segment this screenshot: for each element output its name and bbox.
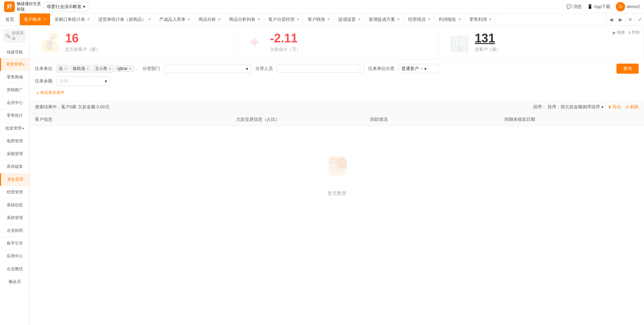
tab-close-icon[interactable]: ✕ [148, 17, 151, 21]
tab-purchase-stats[interactable]: 采购订单统计表 ✕ [50, 13, 94, 26]
filter-balance-select[interactable]: 选择... ▾ [56, 76, 110, 86]
tab-close-icon[interactable]: ✕ [218, 17, 221, 21]
sidebar-search-area[interactable]: 🔍 搜索菜单 [0, 26, 29, 47]
sidebar-item-newbie-guide[interactable]: 新手引导 [0, 237, 29, 250]
refresh-btn[interactable]: ↺ 刷新 [625, 104, 639, 110]
tab-close-icon[interactable]: ✕ [87, 17, 90, 21]
stat-icon-money: 💰 [40, 32, 60, 52]
sidebar-item-enterprise-wechat[interactable]: 企业微信 [0, 263, 29, 276]
tab-profit-report[interactable]: 利润报告 ✕ [435, 13, 465, 26]
tab-new-promotion[interactable]: 新增提成方案 ✕ [365, 13, 404, 26]
chevron-down-icon: ▾ [601, 105, 604, 110]
remove-tag-1-icon[interactable]: ✕ [64, 67, 67, 71]
tab-close-icon[interactable]: ✕ [489, 17, 491, 21]
result-info: 搜索结果中，客户0家 欠款金额 0.00元 [35, 104, 110, 110]
tab-product-storage[interactable]: 产成品入库单 ✕ [155, 13, 195, 26]
user-profile-btn[interactable]: D demo2 [616, 2, 640, 11]
tab-scroll-left[interactable]: ◀ [606, 13, 616, 26]
stat-debt-customers: 💰 16 总欠款客户（家） [30, 26, 234, 59]
filter-tag-3[interactable]: 王小亮 ✕ [93, 65, 114, 73]
tab-close-icon[interactable]: ✕ [43, 17, 46, 21]
refresh-icon: ↺ [625, 105, 629, 110]
sidebar-item-capital-mgmt[interactable]: 资金管理 [0, 173, 29, 186]
tab-business-situation[interactable]: 经营情况 ✕ [404, 13, 435, 26]
logo-text: 畅捷通好生意 标版 [17, 1, 41, 12]
collapse-filter-btn[interactable]: ∧ 收起更多条件 [36, 90, 637, 96]
sidebar-item-operations-mgmt[interactable]: 经营管理 [0, 186, 29, 199]
result-actions: 排序： 排序：按欠款金额倒序排序 ▾ ⬆ 导出 ↺ 刷新 [533, 104, 639, 110]
filter-tag-4[interactable]: cjttcw ✕ [115, 65, 134, 72]
remove-tag-2-icon[interactable]: ✕ [86, 67, 89, 71]
sidebar-item-member-center[interactable]: 会员中心 [0, 97, 29, 109]
sidebar-item-system-mgmt[interactable]: 系统管理 [0, 212, 29, 224]
sidebar-item-ecommerce-mgmt[interactable]: 电商管理 [0, 135, 29, 148]
nav-tabs: 首页 客户账本 ✕ 采购订单统计表 ✕ 进货单统计表（按商品） ✕ 产成品入库单… [0, 13, 644, 26]
tab-promotion-settings[interactable]: 提成设置 ✕ [334, 13, 365, 26]
video-btn[interactable]: ▶ 视频 [613, 30, 625, 35]
tab-close-icon[interactable]: ✕ [397, 17, 400, 21]
sidebar-item-retail-mall[interactable]: 零售商城 [0, 71, 29, 84]
sidebar-item-quick-nav[interactable]: 快捷导航 [0, 47, 29, 58]
sidebar-item-vip-member[interactable]: 畅会员 [0, 276, 29, 288]
sidebar-item-enterprise-collab[interactable]: 企业协同 [0, 224, 29, 237]
sort-select[interactable]: 排序： 排序：按欠款金额倒序排序 ▾ [533, 104, 604, 110]
filter-tag-1[interactable]: 伍 ✕ [56, 65, 69, 73]
search-menu-box[interactable]: 🔍 搜索菜单 [3, 29, 27, 43]
tab-close-all[interactable]: ✕ [625, 13, 635, 26]
filter-area: 往来单位 伍 ✕ 陈民强 ✕ 王小亮 ✕ [30, 60, 644, 101]
sidebar-item-app-center[interactable]: 应用中心 [0, 250, 29, 263]
chevron-down-icon: ▾ [246, 66, 248, 71]
stat-icon-building: 🏢 [449, 32, 469, 52]
remove-tag-4-icon[interactable]: ✕ [129, 67, 131, 71]
remove-category-icon[interactable]: ✕ [420, 67, 423, 71]
tab-customer-contact[interactable]: 客户联络 ✕ [304, 13, 334, 26]
tab-close-icon[interactable]: ✕ [327, 17, 330, 21]
tab-close-icon[interactable]: ✕ [458, 17, 461, 21]
tab-account-book[interactable]: 客户账本 ✕ [20, 13, 50, 26]
tab-retail-profit[interactable]: 零售利润 ✕ [465, 13, 496, 26]
tab-customer-tier[interactable]: 客户分层经营 ✕ [264, 13, 304, 26]
tab-close-icon[interactable]: ✕ [187, 17, 190, 21]
filter-person-select[interactable]: ... [277, 65, 364, 73]
tab-close-icon[interactable]: ✕ [428, 17, 430, 21]
app-download-btn[interactable]: 📱 App下载 [587, 4, 610, 10]
tab-product-analysis[interactable]: 商品分析 ✕ [195, 13, 225, 26]
query-button[interactable]: 查询 [616, 64, 639, 74]
tab-close-icon[interactable]: ✕ [297, 17, 299, 21]
stat-value-debt-amount: -2.11 [270, 32, 301, 44]
ellipsis-btn[interactable]: ... [358, 66, 361, 71]
sidebar-item-marketing[interactable]: 营销推广 [0, 84, 29, 97]
sidebar-item-retail-mgmt[interactable]: 零售管理 ▾ [0, 58, 29, 71]
tab-home[interactable]: 首页 [0, 13, 20, 26]
sidebar-item-wholesale-mgmt[interactable]: 批发管理 ▾ [0, 122, 29, 135]
remove-tag-3-icon[interactable]: ✕ [109, 67, 111, 71]
sidebar-item-inventory-check[interactable]: 库存核算 [0, 160, 29, 173]
sidebar-item-basic-info[interactable]: 基础信息 [0, 199, 29, 212]
tab-scroll-right[interactable]: ▶ [616, 13, 625, 26]
empty-icon [320, 146, 354, 186]
stat-values-debt-customers: 16 总欠款客户（家） [65, 32, 100, 52]
tab-product-analysis-list[interactable]: 商品分析列表 ✕ [225, 13, 264, 26]
filter-dept-select[interactable]: ▾ [164, 65, 251, 73]
message-btn[interactable]: 💬 消息 [566, 4, 582, 10]
result-bar: 搜索结果中，客户0家 欠款金额 0.00元 排序： 排序：按欠款金额倒序排序 ▾… [30, 101, 644, 113]
sidebar-item-purchase-mgmt[interactable]: 采购管理 [0, 148, 29, 160]
tab-stock-stats[interactable]: 进货单统计表（按商品） ✕ [94, 13, 155, 26]
filter-unit-category-select[interactable]: 普通客户 ✕ ▾ [398, 64, 439, 73]
tab-maximize[interactable]: ⤢ [635, 13, 644, 26]
top-bar-right: 💬 消息 📱 App下载 D demo2 [566, 2, 640, 11]
tab-close-icon[interactable]: ✕ [257, 17, 260, 21]
account-selector[interactable]: 母婴行业演示帐套 ▾ [44, 2, 88, 11]
info-icon: ℹ [629, 30, 631, 35]
filter-row-2: 往来余额 选择... ▾ [35, 76, 639, 86]
export-btn[interactable]: ⬆ 导出 [608, 104, 621, 110]
help-btn[interactable]: ℹ 帮助 [629, 30, 640, 35]
stat-value-total-customers: 131 [475, 32, 501, 44]
filter-label-dept: 分管部门 [142, 66, 160, 72]
filter-tag-2[interactable]: 陈民强 ✕ [71, 65, 91, 73]
sidebar-item-retail-stats[interactable]: 零售统计 [0, 109, 29, 122]
filter-tags: 伍 ✕ 陈民强 ✕ 王小亮 ✕ cjttcw ✕ [56, 65, 138, 73]
tab-close-icon[interactable]: ✕ [358, 17, 360, 21]
stat-debt-amount: ✦ -2.11 欠款合计（万） [234, 26, 439, 59]
filter-more-btn[interactable]: ... [135, 66, 138, 71]
